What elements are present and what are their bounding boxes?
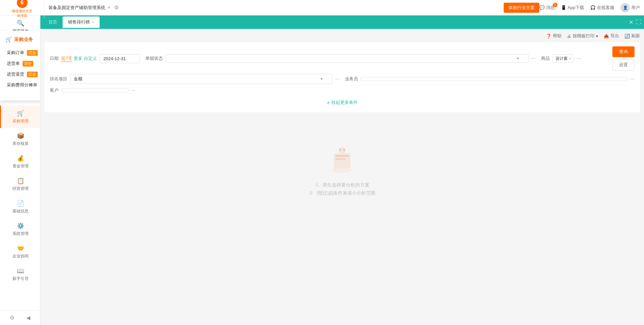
voucher-status-arrow: ▾: [517, 56, 519, 61]
online-service-button[interactable]: 🎧 在线客服: [590, 5, 614, 11]
purchase-expense-label: 采购费用分摊单: [7, 82, 37, 88]
empty-state-icon: [325, 143, 359, 177]
trial-button[interactable]: 体验行业方案: [504, 3, 539, 13]
tab-home[interactable]: 首页: [43, 16, 63, 28]
sidebar-item-finance[interactable]: 💰 资金管理: [0, 151, 40, 173]
collapse-label: 收起更多条件: [331, 99, 358, 106]
user-menu-button[interactable]: 👤 用户: [620, 3, 640, 12]
system-arrow-icon[interactable]: ▾: [108, 5, 110, 10]
content-area: 首页 销售排行榜 × ✕ ⛶ ❓ 帮助 🖨 按模板打印 ▾: [40, 15, 644, 325]
main-layout: 🛒 采购业务 采购订单 历史 进货单 历史 进货退货 历史: [0, 15, 644, 325]
sidebar-item-inventory[interactable]: 📦 库存核算: [0, 128, 40, 151]
stock-return-label: 进货退货: [7, 71, 24, 77]
voucher-status-select[interactable]: ▾: [166, 54, 528, 63]
sidebar-item-purchase[interactable]: 🛒 采购管理: [0, 106, 40, 128]
purchase-section-label: 采购业务: [14, 37, 33, 43]
filter-customer-item: 客户 ···: [50, 87, 136, 93]
rank-dots[interactable]: ···: [335, 76, 339, 82]
operations-icon: 📋: [17, 177, 24, 185]
purchase-title-icon: 🛒: [5, 36, 12, 43]
phone-icon: 📱: [561, 5, 566, 10]
refresh-icon: 🔄: [624, 34, 630, 39]
tab-close-button[interactable]: ×: [92, 20, 94, 25]
purchase-section-title: 🛒 采购业务: [5, 35, 40, 44]
system-name: 装备及固定资产辅助管理系统: [48, 5, 105, 11]
sidebar-operations-label: 经营管理: [12, 186, 29, 192]
page-content: ❓ 帮助 🖨 按模板打印 ▾ 📤 导出 🔄 刷新: [40, 29, 644, 325]
sidebar-item-system[interactable]: ⚙️ 系统管理: [0, 218, 40, 241]
query-button[interactable]: 查询: [612, 46, 635, 57]
rank-arrow-icon: ▾: [321, 77, 323, 81]
dropdown-item-purchase-order[interactable]: 采购订单 历史: [5, 47, 40, 58]
help-button[interactable]: ❓ 帮助: [546, 33, 562, 39]
tab-maximize-icon[interactable]: ⛶: [636, 19, 641, 26]
empty-line1: ① 请先选择要分析的方案: [315, 182, 370, 188]
logo-icon: 6: [17, 0, 28, 8]
filter-area: 日期 近7天 更多 自定义 单据状态 ▾: [44, 42, 640, 112]
date-range-selector: 近7天 更多 自定义: [61, 55, 97, 62]
tab-sales-rank-label: 销售排行榜: [68, 19, 90, 25]
dropdown-item-stock-in[interactable]: 进货单 历史: [5, 58, 40, 69]
dropdown-item-purchase-expense[interactable]: 采购费用分摊单 历史: [5, 80, 40, 90]
goods-tag: 设计素 ×: [552, 54, 574, 63]
sidebar-collapse-icon[interactable]: ◀: [26, 315, 30, 321]
dropdown-item-stock-return[interactable]: 进货退货 历史: [5, 69, 40, 80]
system-title-area: 装备及固定资产辅助管理系统 ▾ ⚙: [48, 4, 500, 11]
sidebar-item-basic-info[interactable]: 📄 基础信息: [0, 196, 40, 218]
date-end-input[interactable]: [100, 54, 140, 63]
tab-bar: 首页 销售排行榜 × ✕ ⛶: [40, 15, 644, 29]
voucher-status-label: 单据状态: [145, 55, 163, 62]
print-button[interactable]: 🖨 按模板打印 ▾: [567, 33, 598, 39]
date-more[interactable]: 更多: [74, 55, 82, 62]
logo-area: 6 畅捷通好生意 标准版: [4, 0, 44, 18]
message-badge: 5: [553, 3, 558, 7]
date-custom[interactable]: 自定义: [84, 55, 97, 62]
goods-tag-value: 设计素: [556, 56, 568, 62]
tab-sales-rank[interactable]: 销售排行榜 ×: [63, 16, 100, 28]
filter-voucher-status-item: 单据状态 ▾ ···: [145, 54, 536, 63]
svg-rect-2: [335, 155, 349, 157]
customer-label: 客户: [50, 87, 59, 93]
print-label: 按模板打印: [573, 33, 595, 39]
messages-button[interactable]: 💬 消息 5: [539, 5, 555, 11]
app-download-button[interactable]: 📱 App下载: [561, 5, 584, 11]
date-7days[interactable]: 近7天: [61, 55, 72, 62]
sidebar-guide-label: 新手引导: [12, 276, 29, 282]
print-icon: 🖨: [567, 34, 571, 39]
top-bar: 6 畅捷通好生意 标准版 装备及固定资产辅助管理系统 ▾ ⚙ 体验行业方案 💬 …: [0, 0, 644, 15]
sidebar-item-operations[interactable]: 📋 经营管理: [0, 173, 40, 196]
gear-icon[interactable]: ⚙: [114, 4, 119, 11]
salesperson-input[interactable]: [361, 77, 628, 81]
empty-text-1: 请先选择要分析的方案: [322, 182, 369, 188]
top-right-area: 💬 消息 5 📱 App下载 🎧 在线客服 👤 用户: [539, 3, 640, 12]
svg-point-5: [339, 149, 341, 151]
refresh-button[interactable]: 🔄 刷新: [624, 33, 640, 39]
filter-side-actions: 查询 设置: [612, 46, 635, 71]
collapse-chevron-icon: ∧: [327, 100, 330, 105]
refresh-label: 刷新: [631, 33, 640, 39]
sidebar-settings-icon[interactable]: ⚙: [10, 315, 14, 321]
help-icon: ❓: [546, 34, 551, 39]
user-label: 用户: [631, 5, 640, 11]
system-icon: ⚙️: [17, 222, 24, 230]
sidebar-item-guide[interactable]: 📖 新手引导: [0, 263, 40, 286]
empty-state: ① 请先选择要分析的方案 ② 用[过滤]条件来缩小分析范围: [44, 116, 640, 225]
goods-dots[interactable]: ···: [577, 55, 581, 62]
customer-input[interactable]: [61, 88, 129, 92]
export-button[interactable]: 📤 导出: [604, 33, 619, 39]
rank-select[interactable]: 金额 ▾: [70, 74, 332, 84]
sidebar-item-enterprise[interactable]: 🤝 企业协同: [0, 241, 40, 263]
sidebar-basic-info-label: 基础信息: [12, 208, 29, 214]
customer-dots[interactable]: ···: [131, 87, 136, 93]
purchase-business-column: 🛒 采购业务 采购订单 历史 进货单 历史 进货退货 历史: [5, 35, 40, 96]
sidebar-system-label: 系统管理: [12, 231, 29, 237]
empty-text-2: 用[过滤]条件来缩小分析范围: [317, 190, 376, 196]
collapse-button[interactable]: ∧ 收起更多条件: [324, 97, 360, 108]
online-service-label: 在线客服: [597, 5, 614, 11]
tab-close-all-icon[interactable]: ✕: [629, 19, 633, 26]
settings-button[interactable]: 设置: [612, 59, 635, 71]
salesperson-dots[interactable]: ···: [630, 76, 635, 82]
voucher-status-dots[interactable]: ···: [531, 55, 536, 62]
message-icon: 💬: [539, 5, 545, 10]
goods-tag-close[interactable]: ×: [569, 56, 571, 60]
